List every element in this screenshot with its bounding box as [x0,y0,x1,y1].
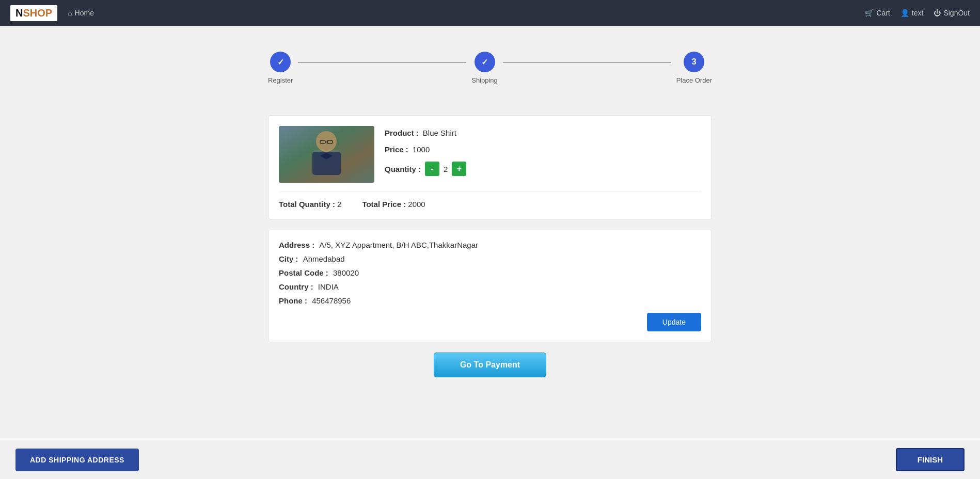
main-content: ✓ Register ✓ Shipping 3 Place Order [258,26,722,439]
product-image-svg [279,126,374,183]
home-link[interactable]: ⌂ Home [68,9,94,17]
address-card: Address : A/5, XYZ Appartment, B/H ABC,T… [268,230,712,342]
country-label: Country : [279,282,313,291]
phone-value: 456478956 [312,296,351,305]
step-shipping-label: Shipping [471,76,498,84]
quantity-controls: - 2 + [425,162,466,176]
product-price-field: Price : 1000 [385,145,701,154]
country-value: INDIA [318,282,339,291]
step-line-1 [298,62,466,63]
step-shipping-icon: ✓ [481,57,488,67]
postal-label: Postal Code : [279,268,328,277]
svg-point-1 [316,131,337,152]
quantity-value: 2 [444,165,448,173]
total-qty-value: 2 [337,200,341,209]
step-line-2 [503,62,671,63]
step-shipping-circle: ✓ [475,52,495,72]
cart-link[interactable]: 🛒 Cart [865,9,890,17]
product-image [279,126,374,183]
logo-shop: SHOP [23,7,52,19]
logo[interactable]: NSHOP [10,5,57,21]
signout-icon: ⏻ [934,9,941,17]
total-price: Total Price : 2000 [362,200,425,209]
product-details: Product : Blue Shirt Price : 1000 Quanti… [385,126,701,184]
add-shipping-button[interactable]: ADD SHIPPING ADDRESS [15,449,139,471]
update-button[interactable]: Update [647,313,701,331]
postal-field: Postal Code : 380020 [279,268,701,277]
svg-rect-0 [279,126,374,183]
svg-rect-5 [327,140,333,143]
total-quantity: Total Quantity : 2 [279,200,341,209]
address-label: Address : [279,241,314,249]
signout-link[interactable]: ⏻ SignOut [934,9,970,17]
city-label: City : [279,254,298,263]
total-price-label: Total Price : [362,200,406,209]
step-shipping: ✓ Shipping [471,52,498,84]
svg-rect-2 [312,152,341,175]
bottom-bar: ADD SHIPPING ADDRESS FINISH [0,440,980,479]
product-totals: Total Quantity : 2 Total Price : 2000 [279,191,701,209]
user-link[interactable]: 👤 text [900,9,924,17]
navbar-left: NSHOP ⌂ Home [10,5,94,21]
cart-icon: 🛒 [865,9,874,17]
home-label: Home [75,9,94,17]
product-quantity-field: Quantity : - 2 + [385,162,701,176]
logo-n: N [15,7,23,19]
navbar-right: 🛒 Cart 👤 text ⏻ SignOut [865,9,970,17]
home-icon: ⌂ [68,9,72,17]
user-label: text [912,9,924,17]
step-place-order-icon: 3 [692,57,697,67]
step-register-circle: ✓ [270,52,291,72]
product-price-label: Price : [385,145,408,154]
step-register: ✓ Register [268,52,293,84]
step-place-order: 3 Place Order [676,52,712,84]
quantity-plus-button[interactable]: + [452,162,466,176]
city-field: City : Ahmedabad [279,254,701,263]
product-row: Product : Blue Shirt Price : 1000 Quanti… [279,126,701,191]
address-value: A/5, XYZ Appartment, B/H ABC,ThakkarNaga… [319,241,478,249]
phone-label: Phone : [279,296,307,305]
city-value: Ahmedabad [303,254,345,263]
svg-rect-4 [320,140,325,143]
total-price-value: 2000 [408,200,425,209]
go-to-payment-button[interactable]: Go To Payment [434,353,546,377]
address-field: Address : A/5, XYZ Appartment, B/H ABC,T… [279,241,701,249]
phone-field: Phone : 456478956 [279,296,701,305]
cart-label: Cart [876,9,890,17]
navbar: NSHOP ⌂ Home 🛒 Cart 👤 text ⏻ SignOut [0,0,980,26]
product-name-value: Blue Shirt [423,129,456,137]
svg-marker-3 [320,153,333,159]
total-qty-label: Total Quantity : [279,200,335,209]
postal-value: 380020 [333,268,359,277]
product-name-field: Product : Blue Shirt [385,129,701,137]
step-place-order-label: Place Order [676,76,712,84]
product-card: Product : Blue Shirt Price : 1000 Quanti… [268,115,712,219]
product-price-value: 1000 [413,145,430,154]
country-field: Country : INDIA [279,282,701,291]
product-name-label: Product : [385,129,419,137]
step-register-label: Register [268,76,293,84]
address-card-footer: Update [279,313,701,331]
quantity-minus-button[interactable]: - [425,162,439,176]
stepper: ✓ Register ✓ Shipping 3 Place Order [268,41,712,94]
finish-button[interactable]: FINISH [896,448,965,471]
payment-btn-row: Go To Payment [268,353,712,377]
product-quantity-label: Quantity : [385,165,421,173]
user-icon: 👤 [900,9,909,17]
step-place-order-circle: 3 [684,52,704,72]
step-register-icon: ✓ [277,57,284,67]
signout-label: SignOut [943,9,970,17]
